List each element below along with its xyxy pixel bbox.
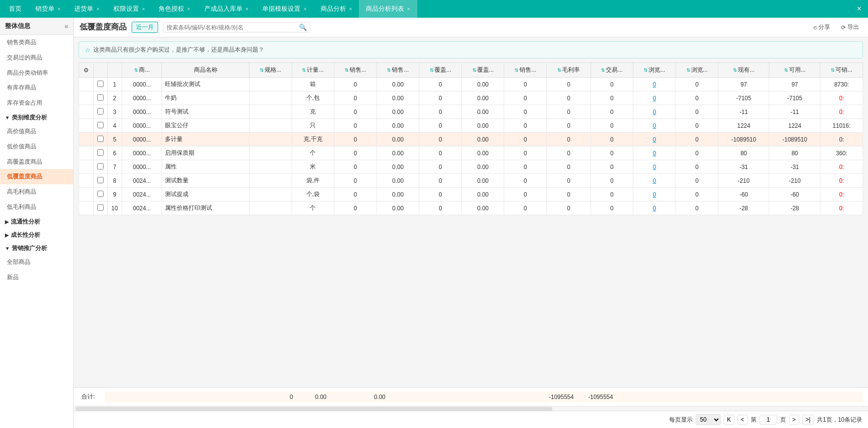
row-browse1[interactable]: 0	[633, 119, 676, 133]
first-page-button[interactable]: K	[724, 415, 734, 425]
column-settings[interactable]: ⚙	[79, 63, 94, 78]
column-sales-qty[interactable]: ⇅销售...	[334, 63, 377, 78]
nav-tab-analysis[interactable]: 商品分析 ×	[314, 0, 359, 18]
next-page-button[interactable]: >	[789, 415, 799, 425]
column-sales-x[interactable]: ⇅销售...	[504, 63, 547, 78]
sidebar-item-high-value[interactable]: 高价值商品	[0, 124, 73, 139]
row-checkbox[interactable]	[94, 188, 108, 201]
table-container[interactable]: ⚙ ⇅商... 商品名称 ⇅规格... ⇅计量... ⇅销售... ⇅销售...…	[79, 62, 863, 387]
sidebar-collapse-button[interactable]: «	[64, 22, 68, 30]
page-size-select[interactable]: 50 20 100 200	[696, 414, 721, 425]
close-icon[interactable]: ×	[57, 0, 60, 18]
column-cov2[interactable]: ⇅覆盖...	[461, 63, 504, 78]
sidebar-item-new-goods[interactable]: 新品	[0, 270, 73, 285]
close-icon[interactable]: ×	[187, 0, 190, 18]
nav-tab-template[interactable]: 单据模板设置 ×	[255, 0, 313, 18]
close-icon[interactable]: ×	[349, 0, 352, 18]
row-browse1[interactable]: 0	[633, 188, 676, 201]
sidebar-item-all-goods[interactable]: 全部商品	[0, 255, 73, 270]
row-browse1[interactable]: 0	[633, 160, 676, 174]
row-gear[interactable]	[79, 105, 94, 119]
column-sellable[interactable]: ⇅可销...	[820, 63, 863, 78]
sidebar-section-category[interactable]: ▼ 类别维度分析	[0, 111, 73, 124]
row-checkbox[interactable]	[94, 146, 108, 160]
column-trade[interactable]: ⇅交易...	[591, 63, 633, 78]
row-browse1[interactable]: 0	[633, 146, 676, 160]
sidebar-section-growth[interactable]: ▶ 成长性分析	[0, 228, 73, 241]
row-gear[interactable]	[79, 91, 94, 105]
row-checkbox[interactable]	[94, 201, 108, 215]
row-browse1[interactable]: 0	[633, 91, 676, 105]
share-button[interactable]: ⎋ 分享	[811, 22, 833, 32]
sidebar-section-marketing[interactable]: ▼ 营销推广分析	[0, 241, 73, 255]
sidebar-item-goods-move-rate[interactable]: 商品分类动销率	[0, 65, 73, 81]
close-all-button[interactable]: ×	[852, 2, 866, 16]
row-gear[interactable]	[79, 160, 94, 174]
column-sales-amt[interactable]: ⇅销售...	[377, 63, 419, 78]
sidebar-item-sales-goods[interactable]: 销售类商品	[0, 35, 73, 50]
row-checkbox[interactable]	[94, 133, 108, 146]
sidebar-item-low-value[interactable]: 低价值商品	[0, 139, 73, 154]
sidebar-item-has-stock[interactable]: 有库存商品	[0, 80, 73, 95]
nav-tab-analysis-list[interactable]: 商品分析列表 ×	[359, 0, 417, 18]
row-name[interactable]: 旺辅批次测试	[162, 78, 249, 91]
sidebar-item-high-coverage[interactable]: 高覆盖度商品	[0, 154, 73, 170]
row-name[interactable]: 符号测试	[162, 105, 249, 119]
row-checkbox[interactable]	[94, 160, 108, 174]
last-page-button[interactable]: >|	[802, 415, 814, 425]
row-gear[interactable]	[79, 133, 94, 146]
row-browse1[interactable]: 0	[633, 201, 676, 215]
row-name[interactable]: 牛奶	[162, 91, 249, 105]
row-checkbox[interactable]	[94, 105, 108, 119]
close-icon[interactable]: ×	[303, 0, 306, 18]
column-cov1[interactable]: ⇅覆盖...	[419, 63, 462, 78]
row-browse1[interactable]: 0	[633, 133, 676, 146]
row-name[interactable]: 测试提成	[162, 188, 249, 201]
row-checkbox[interactable]	[94, 119, 108, 133]
nav-tab-home[interactable]: 首页	[2, 0, 28, 18]
close-icon[interactable]: ×	[407, 0, 410, 18]
sidebar-item-traded-goods[interactable]: 交易过的商品	[0, 50, 73, 65]
column-spec[interactable]: ⇅规格...	[249, 63, 292, 78]
page-number-input[interactable]	[760, 415, 777, 425]
column-name[interactable]: 商品名称	[162, 63, 249, 78]
nav-tab-product-in[interactable]: 产成品入库单 ×	[197, 0, 255, 18]
row-checkbox[interactable]	[94, 78, 108, 91]
close-icon[interactable]: ×	[245, 0, 248, 18]
search-icon[interactable]: 🔍	[299, 24, 307, 31]
row-browse1[interactable]: 0	[633, 174, 676, 188]
search-input[interactable]	[166, 24, 299, 31]
nav-tab-permission[interactable]: 权限设置 ×	[107, 0, 152, 18]
export-button[interactable]: ⟳ 导出	[838, 22, 862, 32]
sidebar-section-flow[interactable]: ▶ 流通性分析	[0, 215, 73, 228]
column-browse2[interactable]: ⇅浏览...	[676, 63, 718, 78]
row-gear[interactable]	[79, 146, 94, 160]
row-checkbox[interactable]	[94, 91, 108, 105]
column-browse1[interactable]: ⇅浏览...	[633, 63, 676, 78]
nav-tab-purchase[interactable]: 进货单 ×	[67, 0, 106, 18]
row-gear[interactable]	[79, 119, 94, 133]
row-name[interactable]: 测试数量	[162, 174, 249, 188]
row-checkbox[interactable]	[94, 174, 108, 188]
sidebar-item-high-profit[interactable]: 高毛利商品	[0, 184, 73, 200]
close-icon[interactable]: ×	[142, 0, 145, 18]
row-name[interactable]: 属性价格打印测试	[162, 201, 249, 215]
row-gear[interactable]	[79, 78, 94, 91]
sidebar-item-low-coverage[interactable]: 低覆盖度商品	[0, 169, 73, 184]
row-gear[interactable]	[79, 188, 94, 201]
row-gear[interactable]	[79, 201, 94, 215]
close-icon[interactable]: ×	[96, 0, 99, 18]
nav-tab-role[interactable]: 角色授权 ×	[152, 0, 197, 18]
column-gross-rate[interactable]: ⇅毛利率	[546, 63, 591, 78]
nav-tab-sales[interactable]: 销货单 ×	[28, 0, 67, 18]
row-name[interactable]: 眼宝公仔	[162, 119, 249, 133]
prev-page-button[interactable]: <	[737, 415, 748, 425]
column-available[interactable]: ⇅可用...	[769, 63, 820, 78]
column-unit[interactable]: ⇅计量...	[292, 63, 334, 78]
column-code[interactable]: ⇅商...	[122, 63, 162, 78]
row-name[interactable]: 多计量	[162, 133, 249, 146]
row-name[interactable]: 属性	[162, 160, 249, 174]
column-current[interactable]: ⇅现有...	[718, 63, 769, 78]
row-browse1[interactable]: 0	[633, 105, 676, 119]
sidebar-item-stock-capital[interactable]: 库存资金占用	[0, 95, 73, 111]
